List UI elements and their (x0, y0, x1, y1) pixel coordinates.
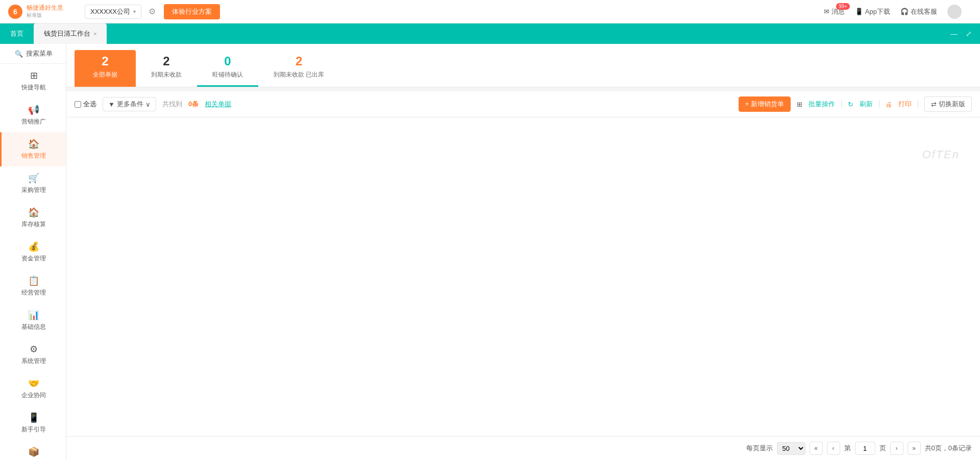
tab-wangpu-count: 0 (224, 54, 231, 68)
tab-overdue-label: 到期未收款 (151, 70, 182, 79)
company-selector[interactable]: XXXXXX公司 ▾ (85, 5, 141, 19)
chevron-filter-icon: ∨ (145, 101, 151, 108)
sidebar-item-funds[interactable]: 💰 资金管理 (0, 235, 66, 269)
sidebar-item-quick-nav[interactable]: ⊞ 快捷导航 (0, 64, 66, 98)
prev-page-btn[interactable]: ‹ (827, 442, 840, 455)
funds-icon: 💰 (28, 241, 39, 252)
chevron-down-icon: ▾ (133, 9, 136, 14)
related-docs-link[interactable]: 相关单据 (205, 100, 231, 109)
print-btn[interactable]: 打印 (898, 100, 912, 109)
summary-tab-wangpu[interactable]: 0 旺铺待确认 (197, 50, 258, 87)
corp-coop-icon: 🤝 (28, 378, 39, 389)
quick-nav-label: 快捷导航 (21, 83, 46, 92)
message-icon: ✉ (824, 8, 829, 15)
base-info-label: 基础信息 (21, 323, 46, 331)
sidebar-item-newbie[interactable]: 📱 新手引导 (0, 406, 66, 440)
summary-tab-overdue[interactable]: 2 到期未收款 (136, 50, 197, 87)
marketing-label: 营销推广 (21, 117, 46, 126)
nav-tabs-bar: 首页 钱货日清工作台 × — ⤢ (0, 23, 980, 44)
industry-btn[interactable]: 体验行业方案 (164, 4, 220, 19)
sidebar-item-sales[interactable]: 🏠 销售管理 (0, 132, 66, 166)
base-info-icon: 📊 (28, 309, 39, 321)
marketing-icon: 📢 (28, 104, 39, 115)
sidebar-item-corp-coop[interactable]: 🤝 企业协同 (0, 372, 66, 406)
settings-icon[interactable]: ⚙ (146, 5, 158, 18)
logo-sub: 标准版 (27, 12, 63, 19)
company-name: XXXXXX公司 (90, 7, 130, 16)
search-menu-item[interactable]: 🔍 搜索菜单 (0, 44, 66, 64)
app-download-btn[interactable]: 📱 App下载 (855, 7, 890, 16)
toolbar-divider-1 (841, 100, 842, 108)
pagination-bar: 每页显示 50 100 « ‹ 第 页 › » 共0页，0条记录 (66, 436, 980, 460)
toolbar: 全选 ▼ 更多条件 ∨ 共找到 0条 相关单据 + 新增销货单 ⊞ 批量操作 ↻… (66, 91, 980, 117)
sales-label: 销售管理 (21, 152, 46, 160)
next-page-btn[interactable]: › (890, 442, 903, 455)
toolbar-right: + 新增销货单 ⊞ 批量操作 ↻ 刷新 🖨 打印 ⇄ 切换新版 (739, 96, 972, 112)
avatar[interactable] (947, 5, 962, 19)
top-header: 6 畅捷通好生意 标准版 XXXXXX公司 ▾ ⚙ 体验行业方案 ✉ 消息 99… (0, 0, 980, 23)
sys-icon: ⚙ (30, 344, 38, 355)
purchase-icon: 🛒 (28, 173, 39, 184)
logo-text: 畅捷通好生意 (27, 4, 63, 12)
layout: 🔍 搜索菜单 ⊞ 快捷导航 📢 营销推广 🏠 销售管理 🛒 采购管理 🏠 库存核… (0, 44, 980, 460)
select-all-input[interactable] (75, 101, 81, 108)
sidebar: 🔍 搜索菜单 ⊞ 快捷导航 📢 营销推广 🏠 销售管理 🛒 采购管理 🏠 库存核… (0, 44, 66, 460)
quick-nav-icon: ⊞ (30, 70, 38, 81)
sidebar-item-marketing[interactable]: 📢 营销推广 (0, 98, 66, 132)
switch-new-btn[interactable]: ⇄ 切换新版 (924, 96, 972, 112)
filter-icon: ▼ (108, 101, 115, 108)
minimize-btn[interactable]: — (948, 28, 960, 40)
message-btn[interactable]: ✉ 消息 99+ (824, 7, 845, 16)
tab-all-count: 2 (102, 54, 108, 68)
sidebar-item-purchase[interactable]: 🛒 采购管理 (0, 166, 66, 201)
new-sale-btn[interactable]: + 新增销货单 (739, 96, 791, 112)
more-filters-btn[interactable]: ▼ 更多条件 ∨ (103, 97, 156, 111)
close-tab-icon[interactable]: × (93, 31, 96, 37)
online-service-btn[interactable]: 🎧 在线客服 (900, 7, 937, 16)
tab-shipped-count: 2 (296, 54, 302, 68)
search-icon: 🔍 (15, 50, 23, 58)
batch-ops-btn[interactable]: 批量操作 (808, 100, 835, 109)
ops-label: 经营管理 (21, 288, 46, 297)
tab-wangpu-label: 旺铺待确认 (212, 70, 243, 79)
page-input[interactable] (855, 442, 875, 455)
last-page-btn[interactable]: » (908, 442, 921, 455)
sidebar-item-ops[interactable]: 📋 经营管理 (0, 269, 66, 303)
sales-icon: 🏠 (28, 138, 39, 150)
switch-new-label: 切换新版 (939, 100, 965, 109)
toolbar-left: 全选 ▼ 更多条件 ∨ 共找到 0条 相关单据 (75, 97, 732, 111)
tab-actions: — ⤢ (948, 28, 980, 40)
page-unit: 页 (879, 444, 886, 453)
sidebar-item-sys[interactable]: ⚙ 系统管理 (0, 337, 66, 372)
home-tab-label: 首页 (10, 29, 23, 38)
newbie-icon: 📱 (28, 412, 39, 423)
first-page-btn[interactable]: « (810, 442, 823, 455)
content-area: OfTEn (66, 117, 980, 436)
online-service-label: 在线客服 (911, 7, 937, 16)
corp-coop-label: 企业协同 (21, 391, 46, 400)
page-label: 第 (844, 444, 851, 453)
ops-icon: 📋 (28, 275, 39, 286)
tab-active[interactable]: 钱货日清工作台 × (34, 23, 107, 44)
result-text: 共找到 (162, 100, 182, 109)
sidebar-item-base-info[interactable]: 📊 基础信息 (0, 303, 66, 337)
sidebar-item-app-center[interactable]: 📦 应用中心 (0, 440, 66, 460)
summary-tabs: 2 全部单据 2 到期未收款 0 旺铺待确认 2 到期未收款 已出库 (66, 44, 980, 87)
per-page-select[interactable]: 50 100 (777, 442, 805, 455)
logo-icon: 6 (8, 5, 22, 19)
main-content: 2 全部单据 2 到期未收款 0 旺铺待确认 2 到期未收款 已出库 全选 (66, 44, 980, 460)
tab-home[interactable]: 首页 (0, 23, 34, 44)
batch-ops-icon: ⊞ (797, 101, 802, 108)
sidebar-item-inventory[interactable]: 🏠 库存核算 (0, 201, 66, 235)
summary-tab-shipped[interactable]: 2 到期未收款 已出库 (258, 50, 339, 87)
summary-tab-all[interactable]: 2 全部单据 (75, 50, 136, 87)
switch-icon: ⇄ (931, 101, 937, 108)
logo-area: 6 畅捷通好生意 标准版 (8, 4, 75, 19)
per-page-label: 每页显示 (746, 444, 773, 453)
select-all-checkbox[interactable]: 全选 (75, 100, 96, 109)
refresh-btn[interactable]: 刷新 (860, 100, 873, 109)
maximize-btn[interactable]: ⤢ (964, 28, 974, 40)
tab-shipped-label: 到期未收款 已出库 (274, 70, 324, 79)
search-menu-label: 搜索菜单 (26, 49, 53, 58)
newbie-label: 新手引导 (21, 425, 46, 434)
